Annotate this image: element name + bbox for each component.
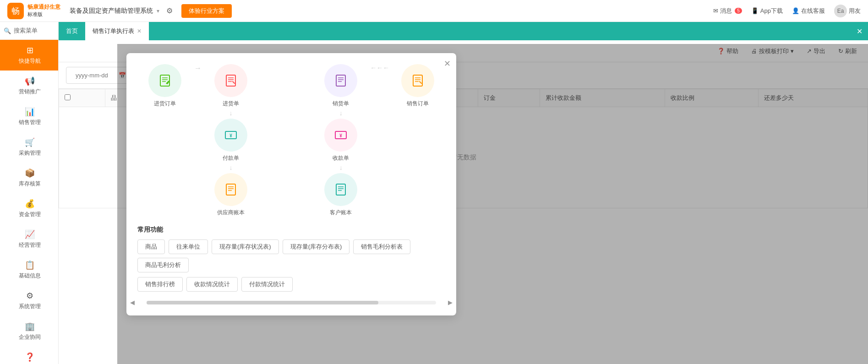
btn-stock-dist[interactable]: 现存量(库存分布表) [283,239,350,254]
svg-text:¥: ¥ [339,133,342,138]
tab-close-icon[interactable]: ✕ [137,28,142,34]
sidebar-item-label: 库存核算 [19,180,41,188]
flow-node-payment-in[interactable]: ¥ 收款单 [313,119,368,162]
modal-scroll-thumb[interactable] [147,301,378,304]
sidebar-item-sales[interactable]: 📊 销售管理 [0,101,58,132]
flow-node-sale-slip[interactable]: 销货单 [313,64,368,108]
inventory-icon: 📦 [25,168,35,178]
flow-label-sale-slip: 销货单 [333,100,349,108]
common-functions-title: 常用功能 [137,226,445,234]
online-service-button[interactable]: 👤 在线客服 [792,7,825,15]
flow-node-payment-out[interactable]: ¥ 付款单 [203,119,258,162]
sidebar-item-marketing[interactable]: 📢 营销推广 [0,71,58,101]
modal-overlay[interactable]: ✕ [117,44,868,364]
btn-payout-stats[interactable]: 付款情况统计 [241,277,293,292]
flow-circle-purchase-slip [214,64,247,97]
modal-dialog: ✕ [126,53,456,315]
top-right-area: ✉ 消息 5 📱 App下载 👤 在线客服 Ea 用友 [713,5,861,17]
flow-arrow-dashed: ← ← ← [370,64,388,82]
message-button[interactable]: ✉ 消息 5 [713,7,742,15]
svg-rect-14 [336,75,345,86]
btn-counterparty[interactable]: 往来单位 [169,239,208,254]
chevron-down-icon[interactable]: ▾ [157,8,159,14]
sidebar-item-label: 企业协同 [19,333,41,341]
flow-arrow-right1: → [194,64,202,83]
btn-sales-gross[interactable]: 销售毛利分析表 [353,239,410,254]
flow-circle-payment-in: ¥ [324,119,357,152]
scroll-left-button[interactable]: ◀ [130,299,135,306]
basic-info-icon: 📋 [25,260,35,270]
col-check [59,89,105,107]
btn-stock-status[interactable]: 现存量(库存状况表) [212,239,279,254]
sales-order-tab-label: 销售订单执行表 [93,27,134,35]
tab-sales-order-exec[interactable]: 销售订单执行表 ✕ [85,22,149,40]
common-buttons-row2: 销售排行榜 收款情况统计 付款情况统计 [137,277,445,292]
scroll-right-button[interactable]: ▶ [448,299,453,306]
quick-nav-icon: ⊞ [27,45,33,55]
modal-scrollbar[interactable] [147,301,436,304]
app-download-button[interactable]: 📱 App下载 [751,7,783,15]
flow-circle-purchase-order [148,64,181,97]
sidebar-item-label: 采购管理 [19,149,41,157]
flow-node-sales-order[interactable]: 销售订单 [390,64,445,108]
flow-node-purchase-order[interactable]: 进货订单 [137,64,192,108]
search-label: 搜索菜单 [14,27,38,35]
sidebar-item-label: 基础信息 [19,272,41,280]
app-wrapper: 畅 畅康通好生意 标准版 装备及固定资产辅助管理系统 ▾ ⚙ 体验行业方案 ✉ … [0,0,868,364]
search-menu-button[interactable]: 🔍 搜索菜单 [0,22,58,40]
flow-node-customer-ledger[interactable]: 客户账本 [313,173,368,217]
sidebar-item-basic-info[interactable]: 📋 基础信息 [0,255,58,285]
trial-button[interactable]: 体验行业方案 [181,4,232,18]
flow-label-payment-out: 付款单 [223,154,239,162]
flow-arrow-down-supplier: ↓ [229,164,233,171]
flow-label-supplier-ledger: 供应商账本 [217,209,245,217]
sidebar-item-enterprise[interactable]: 🏢 企业协同 [0,316,58,347]
flow-arrow-down-payment: ↓ [229,109,233,117]
flow-circle-sale-slip [324,64,357,97]
content-area: 首页 销售订单执行表 ✕ ✕ ❓ 帮助 🖨 按模板打印 [59,22,868,364]
app-download-label: App下载 [760,7,783,15]
sidebar-item-quick-nav[interactable]: ⊞ 快捷导航 [0,40,58,71]
system-title-area: 装备及固定资产辅助管理系统 ▾ [70,7,159,15]
system-title-text: 装备及固定资产辅助管理系统 [70,7,153,15]
logo-text: 畅康通好生意 标准版 [27,3,60,18]
flow-node-supplier-ledger[interactable]: 供应商账本 [203,173,258,217]
modal-close-button[interactable]: ✕ [444,59,451,69]
common-functions-section: 常用功能 商品 往来单位 现存量(库存状况表) 现存量(库存分布表) 销售毛利分… [137,226,445,292]
sidebar-item-label: 系统管理 [19,303,41,310]
btn-payment-stats[interactable]: 收款情况统计 [186,277,238,292]
btn-sales-ranking[interactable]: 销售排行榜 [137,277,183,292]
btn-products[interactable]: 商品 [137,239,165,254]
sales-icon: 📊 [25,107,35,117]
finance-icon: 💰 [25,199,35,209]
flow-circle-customer-ledger [324,173,357,206]
svg-text:¥: ¥ [229,133,232,138]
top-bar: 畅 畅康通好生意 标准版 装备及固定资产辅助管理系统 ▾ ⚙ 体验行业方案 ✉ … [0,0,868,22]
flow-label-sales-order: 销售订单 [407,100,429,108]
sidebar-item-finance[interactable]: 💰 资金管理 [0,193,58,224]
tab-home[interactable]: 首页 [59,22,85,40]
flow-arrow-down-customer: ↓ [339,164,343,171]
sidebar-item-system[interactable]: ⚙ 系统管理 [0,285,58,316]
sidebar-item-operations[interactable]: 📈 经营管理 [0,224,58,255]
select-all-checkbox[interactable] [65,94,71,100]
tab-bar: 首页 销售订单执行表 ✕ ✕ [59,22,868,40]
sidebar-item-newbie[interactable]: ❓ 新手引导 [0,347,58,364]
close-window-icon[interactable]: ✕ [857,27,863,36]
sidebar-item-inventory[interactable]: 📦 库存核算 [0,163,58,193]
gear-button[interactable]: ⚙ [163,5,176,17]
sidebar-item-purchase[interactable]: 🛒 采购管理 [0,132,58,163]
newbie-icon: ❓ [25,352,35,362]
flow-node-purchase-slip[interactable]: 进货单 [203,64,258,108]
svg-rect-24 [413,75,422,86]
message-icon: ✉ [713,7,718,14]
message-label: 消息 [720,7,732,15]
message-badge: 5 [735,8,742,14]
user-area[interactable]: Ea 用友 [834,5,861,17]
logo-line1: 畅康通好生意 [27,3,60,11]
btn-product-gross[interactable]: 商品毛利分析 [137,258,189,272]
purchase-icon: 🛒 [25,137,35,147]
user-name: 用友 [849,7,861,15]
date-from-field[interactable] [71,70,117,81]
flow-diagram-section: 进货订单 → [137,64,445,217]
